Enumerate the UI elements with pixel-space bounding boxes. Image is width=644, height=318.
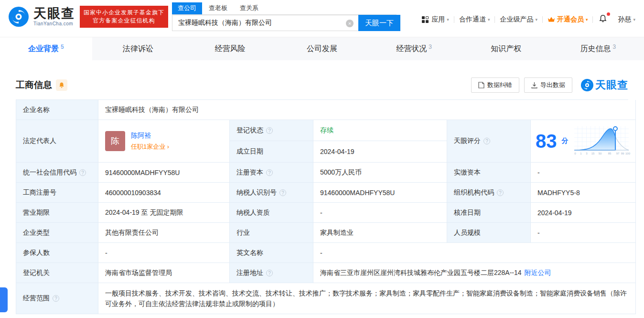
export-data-label: 导出数据 — [540, 81, 565, 89]
status-subtable: 登记状态 ? 存续 成立日期 2024-04-19 — [230, 120, 447, 163]
field-label-business-term: 营业期限 — [16, 203, 98, 223]
chevron-down-icon: ▾ — [447, 17, 449, 22]
help-icon[interactable]: ? — [266, 127, 273, 134]
tab-label: 知识产权 — [491, 44, 521, 54]
field-value-taxpayer-qualification: - — [313, 203, 447, 223]
nav-apps[interactable]: 应用 ▾ — [417, 15, 454, 24]
search-input[interactable]: 宝裸睡眠科技（海南）有限公司 × — [172, 15, 358, 31]
axis-tick: 99 — [621, 152, 624, 155]
tab-company-development[interactable]: 公司发展 — [276, 37, 368, 60]
axis-tick: 85 — [608, 152, 611, 155]
field-value-establish-date: 2024-04-19 — [313, 141, 447, 162]
field-label-industry: 行业 — [230, 223, 313, 243]
tab-label: 公司发展 — [307, 44, 337, 54]
help-icon[interactable]: ? — [497, 189, 504, 196]
field-label-approval-date: 核准日期 — [447, 203, 531, 223]
nav-enterprise-label: 企业级产品 — [500, 15, 533, 24]
tianyancha-logo-icon — [581, 79, 593, 91]
legal-rep-companies-link[interactable]: 任职1家企业 › — [131, 143, 169, 151]
brand-logo[interactable]: 天眼查 TianYanCha.com 国家中小企业发展子基金旗下 官方备案企业征… — [9, 6, 168, 28]
axis-tick: 1 — [580, 152, 582, 155]
field-label-registered-capital: 注册资本 ? — [230, 163, 313, 183]
crown-icon — [547, 16, 555, 22]
field-label-establish-date: 成立日期 — [230, 141, 313, 162]
tab-operation-risk[interactable]: 经营风险 — [184, 37, 276, 60]
field-label-company-type: 企业类型 — [16, 223, 98, 243]
badge-line2: 官方备案企业征信机构 — [84, 17, 164, 25]
label-text: 注册地址 — [236, 269, 263, 277]
download-icon — [531, 82, 537, 88]
field-label-taxpayer-qualification: 纳税人资质 — [230, 203, 313, 223]
field-value-registration-status: 存续 — [313, 120, 447, 141]
data-correction-label: 数据纠错 — [487, 81, 512, 89]
nav-vip[interactable]: 开通会员 ▾ — [543, 15, 593, 24]
axis-tick: 15 — [591, 152, 594, 155]
nearby-companies-link[interactable]: 附近公司 — [525, 269, 551, 277]
field-label-registration-authority: 登记机关 — [16, 263, 98, 283]
main-content: 工商信息 数据纠错 导出数据 — [0, 77, 644, 314]
search-tab-boss[interactable]: 查老板 — [203, 2, 233, 14]
search-input-value: 宝裸睡眠科技（海南）有限公司 — [178, 19, 272, 27]
data-correction-button[interactable]: 数据纠错 — [471, 77, 519, 93]
label-text: 登记状态 — [236, 126, 263, 135]
tianyan-score-cell: 83 分 0 1 — [531, 120, 636, 163]
tab-history-info[interactable]: 历史信息 3 — [552, 37, 644, 60]
field-value-paid-capital: - — [531, 163, 636, 183]
monitor-bell-icon[interactable] — [56, 79, 67, 91]
field-label-tianyan-score: 天眼评分 ? — [447, 120, 531, 163]
bell-icon — [599, 14, 607, 23]
label-text: 天眼评分 — [454, 137, 481, 145]
field-value-industry: 家具制造业 — [313, 223, 447, 243]
help-icon[interactable]: ? — [279, 189, 286, 196]
search-button[interactable]: 天眼一下 — [358, 15, 400, 31]
top-header: 天眼查 TianYanCha.com 国家中小企业发展子基金旗下 官方备案企业征… — [0, 0, 644, 31]
chevron-down-icon: ▾ — [488, 17, 490, 22]
tab-company-background[interactable]: 企业背景 5 — [0, 37, 92, 60]
field-value-business-scope: 一般项目技术服务、技术开发、技术咨询、技术交流、技术转让、技术推广；数字技术服务… — [98, 283, 636, 314]
field-value-insured-count: - — [98, 243, 230, 263]
field-label-staff-size: 人员规模 — [447, 223, 531, 243]
help-icon[interactable]: ? — [79, 169, 86, 176]
field-label-paid-capital: 实缴资本 — [447, 163, 531, 183]
nav-cooperation-label: 合作通道 — [459, 15, 486, 24]
badge-line1: 国家中小企业发展子基金旗下 — [84, 9, 164, 17]
field-value-company-name: 宝裸睡眠科技（海南）有限公司 — [98, 100, 636, 120]
field-value-credit-code: 91460000MADHFYY58U — [98, 163, 230, 183]
search-tab-relation[interactable]: 查关系 — [234, 2, 264, 14]
notification-bell[interactable] — [593, 14, 613, 24]
nav-user[interactable]: 孙慈 ▾ — [613, 15, 640, 24]
status-badge: 存续 — [320, 126, 333, 135]
nav-cooperation[interactable]: 合作通道 ▾ — [454, 15, 495, 24]
label-text: 经营范围 — [23, 294, 50, 303]
legal-rep-name-link[interactable]: 陈阿裕 — [131, 132, 169, 140]
tab-intellectual-property[interactable]: 知识产权 — [460, 37, 552, 60]
search-tab-company[interactable]: 查公司 — [172, 2, 202, 14]
axis-tick: 0 — [574, 152, 576, 155]
tab-operating-status[interactable]: 经营状况 3 — [368, 37, 460, 60]
search-tabs: 查公司 查老板 查关系 — [172, 2, 397, 15]
label-text: 组织机构代码 — [454, 188, 494, 197]
field-value-taxpayer-id: 91460000MADHFYY58U — [313, 183, 447, 203]
help-icon[interactable]: ? — [53, 295, 59, 302]
help-icon[interactable]: ? — [483, 138, 490, 144]
nav-enterprise[interactable]: 企业级产品 ▾ — [495, 15, 542, 24]
tab-count: 3 — [429, 44, 432, 50]
field-label-registration-number: 工商注册号 — [16, 183, 98, 203]
field-label-registered-address: 注册地址 ? — [230, 263, 313, 283]
chevron-down-icon: ▾ — [535, 17, 537, 22]
logo-domain: TianYanCha.com — [33, 22, 75, 26]
tab-count: 5 — [61, 44, 64, 50]
legal-rep-avatar[interactable]: 陈 — [105, 131, 125, 151]
help-icon[interactable]: ? — [266, 270, 273, 276]
axis-tick: 50 — [598, 152, 601, 155]
export-data-button[interactable]: 导出数据 — [524, 77, 572, 93]
top-nav: 应用 ▾ 合作通道 ▾ 企业级产品 ▾ 开通会员 ▾ — [417, 14, 640, 24]
tab-legal-proceedings[interactable]: 法律诉讼 — [92, 37, 184, 60]
tab-count: 3 — [612, 44, 616, 50]
search-block: 查公司 查老板 查关系 宝裸睡眠科技（海南）有限公司 × 天眼一下 — [172, 2, 400, 31]
floating-side-widget[interactable] — [0, 287, 8, 312]
axis-tick: 97 — [616, 152, 619, 155]
clear-search-icon[interactable]: × — [346, 20, 354, 27]
help-icon[interactable]: ? — [266, 169, 273, 176]
section-title: 工商信息 — [16, 79, 52, 91]
